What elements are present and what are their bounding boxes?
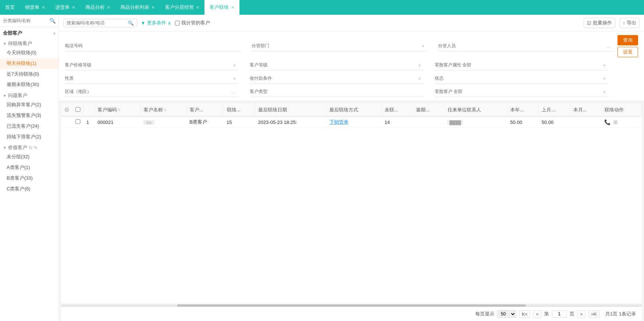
table-settings-icon[interactable]: ⚙ [64,107,69,113]
filter-status-arrow[interactable]: ∨ [603,76,606,80]
settings-button[interactable]: 设置 [617,47,638,57]
sidebar-item-today-contact[interactable]: 今天待联络(0) [0,48,59,58]
sidebar-item-churned[interactable]: 已流失客户(24) [0,121,59,132]
action-icon-phone[interactable]: 📞 [604,119,610,125]
sidebar-all-customers[interactable]: 全部客户 « [0,27,59,38]
row-last-contact-date: 2023-05-23 18:25: [255,117,326,128]
nav-close-product-analysis[interactable]: ✕ [107,5,110,10]
horizontal-scrollbar[interactable] [61,304,642,307]
col-last-contact-method[interactable]: 最后联络方式 [326,103,382,117]
row-checkbox[interactable] [76,119,80,124]
col-contacts[interactable]: 联络... [224,103,255,117]
select-all-checkbox[interactable] [76,107,80,112]
sidebar-item-declining[interactable]: 持续下滑客户(2) [0,132,59,142]
first-page-btn[interactable]: K< [519,310,530,318]
row-last-contact-method[interactable]: 下销货单 [326,117,382,128]
filter-input-region[interactable] [94,89,229,94]
col-customer-type[interactable]: 客户... [186,103,224,117]
col-uncontacted[interactable]: 未联... [382,103,413,117]
sidebar-group-problem: ▼ 问题客户 [0,90,59,100]
nav-product-analysis-list[interactable]: 商品分析列表 ✕ [115,0,160,15]
sidebar-search-input[interactable] [3,18,49,23]
sidebar-item-churn-warning[interactable]: 流失预警客户(3) [0,110,59,121]
sidebar-item-tomorrow-contact[interactable]: 明天待联络(1) [0,58,59,69]
query-button[interactable]: 查询 [617,35,638,45]
col-last-month[interactable]: 上月... [539,103,570,117]
sidebar-group-value-refresh[interactable]: ↻ [29,145,33,151]
col-customer-name[interactable]: 客户名称 ⇅ [140,103,186,117]
filter-nature-arrow[interactable]: ∨ [233,76,236,80]
sidebar-item-c-class[interactable]: C类客户(6) [0,184,59,194]
filter-payment-arrow[interactable]: ∨ [418,76,421,80]
nav-close-purchase[interactable]: ✕ [72,5,75,10]
filter-region-dots[interactable]: … [231,89,236,94]
filter-customer-level-arrow[interactable]: ∨ [418,63,421,67]
row-this-year: 50.00 [507,117,539,128]
row-checkbox-cell[interactable] [73,117,84,128]
filter-input-payment[interactable] [278,76,416,81]
export-btn[interactable]: ↑ 导出 [620,18,640,28]
page-size-select[interactable]: 50 100 200 [497,310,516,318]
sidebar-item-ungrouped[interactable]: 未分组(32) [0,152,59,162]
filter-input-customer-level[interactable] [278,63,416,68]
filter-more-btn[interactable]: ▼ 更多条件 ∧ [141,20,171,26]
sidebar-item-b-class[interactable]: B类客户(33) [0,173,59,184]
last-page-btn[interactable]: >K [588,310,599,318]
filter-price-arrow[interactable]: ∨ [233,63,236,67]
search-input[interactable] [67,20,128,25]
col-settings[interactable]: ⚙ [61,103,73,117]
nav-close-customer-contact[interactable]: ✕ [231,5,234,10]
nav-home[interactable]: 首页 [0,0,20,15]
sidebar-item-repurchase-abnormal[interactable]: 回购异常客户(2) [0,100,59,110]
nav-close-customer-tier[interactable]: ✕ [196,5,199,10]
my-customers-checkbox[interactable] [175,21,180,25]
col-this-month[interactable]: 本月... [570,103,601,117]
filter-dept-arrow[interactable]: ∨ [421,44,424,48]
nav-customer-tier[interactable]: 客户分层经营 ✕ [160,0,204,15]
col-contact-action[interactable]: 联络动作 [601,103,641,117]
page-current-label: 第 [544,311,549,317]
nav-purchase[interactable]: 进货单 ✕ [50,0,80,15]
col-last-contact-date[interactable]: 最后联络日期 [255,103,326,117]
nav-customer-contact[interactable]: 客户联络 ✕ [204,0,239,15]
filter-scatter-customer-arrow[interactable]: ∨ [603,90,606,94]
sidebar-item-7days-contact[interactable]: 近7天待联络(0) [0,69,59,80]
col-this-year[interactable]: 本年... [507,103,539,117]
scrollbar-thumb[interactable] [177,304,526,307]
nav-product-analysis[interactable]: 商品分析 ✕ [80,0,115,15]
filter-input-person[interactable] [466,44,604,49]
filter-person-dots[interactable]: … [606,44,611,49]
batch-operation-btn[interactable]: ☑ 批量操作 [584,18,615,28]
page-input[interactable] [552,310,567,318]
row-customer-type: B类客户 [186,117,224,128]
col-partner-contact[interactable]: 往来单位联系人 [444,103,507,117]
next-page-btn[interactable]: > [577,310,585,318]
nav-close-product-list[interactable]: ✕ [151,5,155,10]
col-sort-name: 客户名称 ⇅ [144,107,167,113]
filter-input-dept[interactable] [280,44,420,49]
sidebar-item-a-class[interactable]: A类客户(1) [0,162,59,173]
filter-cell-phone: 电话号码 [65,41,241,51]
col-overdue[interactable]: 逾期... [413,103,444,117]
row-contact-method-link[interactable]: 下销货单 [329,119,349,125]
filter-scatter-arrow[interactable]: ∨ [603,63,606,67]
sidebar-collapse-icon[interactable]: « [53,31,56,36]
sidebar-group-value-edit[interactable]: ✎ [34,145,38,151]
filter-input-price-level[interactable] [94,63,231,68]
col-customer-code[interactable]: 客户编码 ⇅ [95,103,141,117]
sidebar-item-overdue-contact[interactable]: 逾期未联络(30) [0,79,59,90]
nav-sales[interactable]: 销货单 ✕ [20,0,50,15]
filter-input-customer-type[interactable] [278,89,421,94]
nav-close-sales[interactable]: ✕ [42,5,45,10]
filter-input-scatter-customer[interactable] [465,89,601,94]
prev-page-btn[interactable]: < [533,310,541,318]
filter-input-nature[interactable] [93,76,231,81]
action-icon-grid[interactable]: ⊞ [613,119,618,125]
col-checkbox[interactable] [73,103,84,117]
sidebar-search-icon[interactable]: 🔍 [49,18,56,24]
filter-input-scatter-attr[interactable] [473,63,601,68]
filter-input-status[interactable] [463,76,601,81]
filter-input-phone[interactable] [93,44,238,49]
search-bar: 🔍 ▼ 更多条件 ∧ 我分管的客户 ☑ 批量操作 ↑ 导出 [59,15,644,31]
filter-cell-dept: 分管部门 ∨ [252,41,427,51]
